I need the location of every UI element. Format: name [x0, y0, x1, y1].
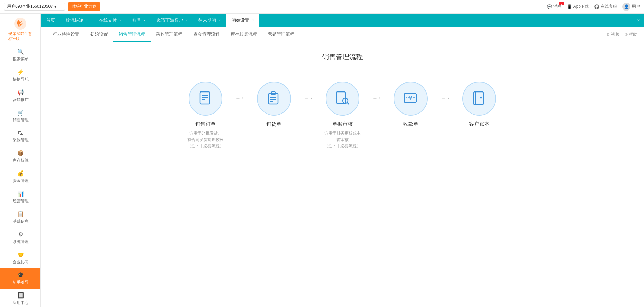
- sub-tab-purchase-flow[interactable]: 采购管理流程: [151, 27, 188, 42]
- sidebar-icon-inventory: 📦: [17, 150, 24, 156]
- app-download-label: App下载: [573, 4, 589, 9]
- page-title: 销售管理流程: [54, 52, 630, 61]
- sidebar-item-finance-mgmt[interactable]: 💰 资金管理: [0, 167, 40, 187]
- headset-icon: 🎧: [594, 4, 599, 9]
- nav-tab-close-period-init[interactable]: ×: [219, 19, 221, 22]
- top-bar-left: 用户690企业1660120507 ▾ 体验行业方案: [4, 2, 100, 11]
- message-item[interactable]: 💬 消息 6: [547, 4, 562, 9]
- flow-step-customer-ledger: ¥客户账本: [449, 82, 510, 130]
- sidebar-label-enterprise-collab: 企业协同: [13, 259, 29, 265]
- sidebar-item-sales-mgmt[interactable]: 🛒 销售管理: [0, 106, 40, 126]
- sidebar-item-enterprise-collab[interactable]: 🤝 企业协同: [0, 248, 40, 268]
- svg-text:畅: 畅: [17, 20, 24, 27]
- sidebar-label-purchase-mgmt: 采购管理: [13, 137, 29, 143]
- help-link[interactable]: ⊙ 帮助: [625, 32, 637, 37]
- nav-tab-label-account: 账号: [132, 17, 141, 23]
- flow-circle-customer-ledger[interactable]: ¥: [462, 82, 496, 116]
- nav-close-btn[interactable]: ×: [633, 17, 644, 23]
- trial-btn[interactable]: 体验行业方案: [68, 2, 100, 11]
- sidebar-label-marketing-promo: 营销推广: [13, 97, 29, 103]
- flow-step-receipt: ¥收款单: [380, 82, 441, 130]
- online-service-label: 在线客服: [601, 4, 617, 9]
- flow-arrow-0: - - -→: [236, 82, 243, 102]
- user-select[interactable]: 用户690企业1660120507 ▾: [4, 3, 65, 11]
- nav-tab-initial-setup[interactable]: 初始设置×: [226, 14, 259, 27]
- nav-tab-period-init[interactable]: 往来期初×: [193, 14, 226, 27]
- nav-tabs: 首页物流快递×在线支付×账号×邀请下游客户×往来期初×初始设置××: [41, 14, 644, 27]
- nav-tab-home[interactable]: 首页: [41, 14, 60, 27]
- sub-tab-marketing-flow[interactable]: 营销管理流程: [262, 27, 300, 42]
- sidebar-label-finance-mgmt: 资金管理: [13, 178, 29, 184]
- svg-text:¥: ¥: [479, 95, 483, 101]
- flow-step-desc-document-review: 适用于财务审核或主 管审核 （注：非必要流程）: [324, 130, 361, 150]
- sidebar-label-app-center: 应用中心: [13, 300, 29, 306]
- flow-circle-document-review[interactable]: [326, 82, 359, 116]
- user-menu[interactable]: 👤 用户: [622, 3, 640, 11]
- sidebar-item-search[interactable]: 🔍 搜索菜单: [0, 45, 40, 65]
- sidebar-item-basic-info[interactable]: 📋 基础信息: [0, 207, 40, 228]
- nav-tab-payment[interactable]: 在线支付×: [94, 14, 127, 27]
- nav-tab-close-initial-setup[interactable]: ×: [252, 19, 254, 22]
- flow-step-name-sales-order: 销售订单: [195, 121, 216, 127]
- sidebar-icon-new-guide: 🎓: [17, 272, 24, 278]
- online-service-item[interactable]: 🎧 在线客服: [594, 4, 617, 9]
- sidebar-label-operations-mgmt: 经营管理: [13, 198, 29, 204]
- flow-diagram: 销售订单适用于分批发货、 有合同发货周期较长 （注：非必要流程）- - -→销货…: [54, 82, 630, 150]
- svg-text:¥: ¥: [409, 95, 413, 101]
- nav-tab-label-home: 首页: [46, 17, 55, 23]
- sub-tab-finance-flow[interactable]: 资金管理流程: [188, 27, 225, 42]
- sub-tabs: 行业特性设置初始设置销售管理流程采购管理流程资金管理流程库存核算流程营销管理流程…: [41, 27, 644, 42]
- flow-step-name-document-review: 单据审核: [332, 121, 353, 127]
- sidebar-item-new-guide[interactable]: 🎓 新手引导: [0, 268, 40, 289]
- mobile-icon: 📱: [567, 4, 572, 9]
- top-bar: 用户690企业1660120507 ▾ 体验行业方案 💬 消息 6 📱 App下…: [0, 0, 644, 14]
- nav-tab-close-logistics[interactable]: ×: [86, 19, 88, 22]
- sidebar-icon-purchase-mgmt: 🛍: [18, 130, 23, 136]
- sidebar-item-quick-nav[interactable]: ⚡ 快捷导航: [0, 65, 40, 86]
- nav-tab-close-account[interactable]: ×: [144, 19, 146, 22]
- flow-circle-sales-invoice[interactable]: [257, 82, 291, 116]
- sub-tab-initial-setup[interactable]: 初始设置: [85, 27, 113, 42]
- nav-tab-logistics[interactable]: 物流快递×: [60, 14, 94, 27]
- logo-text: 畅库·销好生意标准版: [8, 31, 32, 41]
- sub-tab-industry-settings[interactable]: 行业特性设置: [47, 27, 85, 42]
- message-badge: 6: [559, 2, 564, 5]
- sidebar-item-purchase-mgmt[interactable]: 🛍 采购管理: [0, 126, 40, 146]
- flow-step-name-receipt: 收款单: [403, 121, 418, 127]
- sidebar-icon-enterprise-collab: 🤝: [17, 251, 24, 258]
- sub-tab-sales-flow[interactable]: 销售管理流程: [113, 27, 151, 42]
- page-content: 销售管理流程 销售订单适用于分批发货、 有合同发货周期较长 （注：非必要流程）-…: [41, 42, 644, 307]
- sub-tab-inventory-flow[interactable]: 库存核算流程: [225, 27, 262, 42]
- top-bar-right: 💬 消息 6 📱 App下载 🎧 在线客服 👤 用户: [547, 3, 640, 11]
- sidebar-item-marketing-promo[interactable]: 📢 营销推广: [0, 86, 40, 106]
- video-link[interactable]: ⊙ 视频: [606, 32, 619, 37]
- sidebar-item-inventory[interactable]: 📦 库存核算: [0, 146, 40, 167]
- nav-tab-close-invite-downstream[interactable]: ×: [186, 19, 188, 22]
- app-download-item[interactable]: 📱 App下载: [567, 4, 589, 9]
- sidebar-label-basic-info: 基础信息: [13, 219, 29, 224]
- flow-circle-receipt[interactable]: ¥: [394, 82, 428, 116]
- sub-tab-actions: ⊙ 视频 ⊙ 帮助: [606, 32, 637, 37]
- flow-circle-sales-order[interactable]: [189, 82, 222, 116]
- flow-step-name-sales-invoice: 销货单: [266, 121, 281, 127]
- sidebar-label-system-mgmt: 系统管理: [13, 239, 29, 245]
- sidebar-logo: 畅 畅库·销好生意标准版: [0, 14, 40, 45]
- sidebar-item-system-mgmt[interactable]: ⚙ 系统管理: [0, 228, 40, 248]
- sidebar-label-inventory: 库存核算: [13, 158, 29, 163]
- sidebar-item-app-center[interactable]: 🔲 应用中心: [0, 289, 40, 307]
- nav-tab-close-payment[interactable]: ×: [119, 19, 121, 22]
- content-area: 首页物流快递×在线支付×账号×邀请下游客户×往来期初×初始设置×× 行业特性设置…: [41, 14, 644, 307]
- nav-tab-invite-downstream[interactable]: 邀请下游客户×: [151, 14, 193, 27]
- nav-tab-label-period-init: 往来期初: [198, 17, 216, 23]
- svg-line-15: [347, 103, 349, 105]
- sidebar-icon-app-center: 🔲: [17, 292, 24, 299]
- chevron-down-icon: ▾: [54, 4, 56, 9]
- nav-tab-label-logistics: 物流快递: [66, 17, 83, 23]
- main-layout: 畅 畅库·销好生意标准版 🔍 搜索菜单 ⚡ 快捷导航 📢 营销推广 🛒 销售管理…: [0, 14, 644, 307]
- nav-tab-label-payment: 在线支付: [99, 17, 117, 23]
- sidebar-item-operations-mgmt[interactable]: 📊 经营管理: [0, 187, 40, 207]
- nav-tab-account[interactable]: 账号×: [127, 14, 151, 27]
- sidebar-nav: 🔍 搜索菜单 ⚡ 快捷导航 📢 营销推广 🛒 销售管理 🛍 采购管理 📦 库存核…: [0, 45, 40, 307]
- logo-svg: 畅: [14, 17, 27, 30]
- sidebar-label-quick-nav: 快捷导航: [13, 77, 29, 82]
